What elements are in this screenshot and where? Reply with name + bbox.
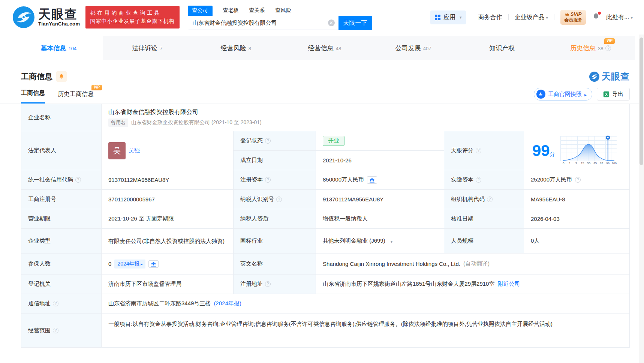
taxpayer-id-cell: 91370112MA956EAU8Y [316,190,444,209]
score-distribution-chart: 0131550859799100 [560,136,617,165]
export-button[interactable]: 导出 [597,88,630,100]
svip-member-button[interactable]: SVIP 会员服务 [560,10,586,25]
status-badge: 开业 [323,136,344,146]
paid-capital-label-cell: 实缴资本 [444,170,524,189]
tab-basic-info[interactable]: 基本信息104 [14,36,103,60]
credit-code-label-cell: 统一社会信用代码 [21,170,102,189]
business-scope-cell: 一般项目:以自有资金从事投资活动;财务咨询;企业管理咨询;信息咨询服务(不含许可… [102,314,629,347]
vip-badge: VIP [604,38,615,44]
reg-number-label-cell: 工商注册号 [21,190,102,209]
help-icon[interactable] [265,281,271,287]
approval-date-label-cell: 核准日期 [444,209,524,228]
vertical-scrollbar[interactable] [639,34,644,363]
subtab-business-info[interactable]: 工商信息 [21,89,45,104]
help-icon[interactable] [53,301,58,306]
tab-company-development[interactable]: 公司发展407 [369,36,458,60]
brand-domain: TianYanCha.com [38,21,80,27]
table-row-legal-rep: 法定代表人 吴 吴强 登记状态 开业 成立日期 [21,131,629,170]
tyc-score-label-cell: 天眼评分 [444,131,524,170]
excel-icon [603,91,610,98]
logo-text: 天眼查 TianYanCha.com [38,8,80,27]
staff-size-cell: 0人 [524,229,629,253]
score-chart-ticks: 0131550859799100 [560,162,617,165]
mail-address-label-cell: 通信地址 [21,294,102,313]
top-header: 天眼查 TianYanCha.com 都在用的商业查询工具 国家中小企业发展子基… [0,0,644,34]
company-type-label-cell: 企业类型 [21,229,102,253]
tab-history-info[interactable]: VIP 历史信息38 [546,36,635,60]
english-name-cell: Shandong Caijin Xinrong Investment Holdi… [316,254,629,274]
help-icon[interactable] [476,177,481,183]
help-icon[interactable] [53,328,58,333]
crown-icon [565,12,569,16]
bank-icon [370,178,374,183]
help-icon[interactable] [75,177,81,183]
help-icon[interactable] [476,148,481,153]
search-submit-button[interactable]: 天眼一下 [338,16,372,30]
establish-date-cell: 2021-10-26 [316,151,444,170]
company-name-value: 山东省财金信融投资控股有限公司 [108,108,262,116]
help-icon[interactable] [487,196,493,202]
help-icon[interactable] [276,196,282,202]
tab-operating-info[interactable]: 经营信息48 [280,36,369,60]
search-tab-risk[interactable]: 查风险 [276,7,291,16]
help-icon[interactable] [605,45,611,51]
annual-report-2024-link[interactable]: (2024年报) [214,300,241,307]
nav-enterprise-products[interactable]: 企业级产品 [515,14,548,21]
help-icon[interactable] [265,177,271,183]
nav-business-cooperation[interactable]: 商务合作 [478,14,502,21]
reg-status-label-cell: 登记状态 [234,131,316,150]
monitor-bell-button[interactable] [56,71,67,82]
chevron-down-icon[interactable] [388,238,393,244]
paid-capital-cell: 252000万人民币 [524,170,629,189]
reg-authority-cell: 济南市历下区市场监督管理局 [102,274,234,294]
tab-legal-proceedings[interactable]: 法律诉讼7 [103,36,192,60]
arrow-right-icon [584,91,587,98]
bank-icon [151,262,156,267]
search-input-wrap: ✕ [188,16,338,30]
taxpayer-quality-label-cell: 纳税人资质 [234,209,316,228]
industry-label-cell: 国标行业 [234,229,316,253]
notification-red-dot [598,12,601,15]
search-tab-company[interactable]: 查公司 [188,6,213,16]
reg-capital-cell: 850000万人民币 [316,170,444,189]
approval-date-cell: 2026-04-03 [524,209,629,228]
staff-size-label-cell: 人员规模 [444,229,524,253]
stamp-icon [536,90,545,99]
subtab-history-business-info[interactable]: VIP 历史工商信息 [58,90,94,104]
help-icon[interactable] [265,138,271,144]
svip-line1: SVIP [564,11,582,17]
page: 天眼查 TianYanCha.com 都在用的商业查询工具 国家中小企业发展子基… [0,0,644,363]
search-input[interactable] [188,20,338,26]
legal-rep-avatar[interactable]: 吴 [108,142,126,159]
subtab-actions: 工商官网快照 导出 [534,88,630,100]
tab-operating-risk[interactable]: 经营风险8 [192,36,280,60]
tianyancha-logo[interactable]: 天眼查 TianYanCha.com [13,6,80,28]
table-row-reg-number: 工商注册号 370112000005967 纳税人识别号 91370112MA9… [21,190,629,209]
official-snapshot-button[interactable]: 工商官网快照 [534,88,592,100]
svip-line2: 会员服务 [564,17,582,23]
divider [472,14,472,20]
annual-report-2024-link[interactable]: 2024年报 [114,260,145,268]
business-term-cell: 2021-10-26 至 无固定期限 [102,209,234,228]
table-row-mail-address: 通信地址 山东省济南市历城区二环东路3449号三楼 (2024年报) [21,294,629,314]
tab-intellectual-property[interactable]: 知识产权 [458,36,547,60]
insured-history-button[interactable] [148,260,159,268]
apps-menu-button[interactable]: 应用 [430,10,466,24]
legal-rep-name-link[interactable]: 吴强 [129,147,140,154]
clear-search-icon[interactable]: ✕ [328,20,335,26]
table-row-company-type: 企业类型 有限责任公司(非自然人投资或控股的法人独资) 国标行业 其他未列明金融… [21,229,629,254]
nearby-companies-link[interactable]: 附近公司 [497,280,520,288]
help-icon[interactable] [575,177,581,183]
search-tab-boss[interactable]: 查老板 [223,7,239,16]
user-menu[interactable]: 此处有... [606,14,633,21]
scrollbar-thumb[interactable] [640,38,643,165]
main-tabstrip: 基本信息104 法律诉讼7 经营风险8 经营信息48 公司发展407 知识产权 … [14,36,635,60]
tyc-score-cell: 99分 [524,131,629,170]
notification-bell-button[interactable] [592,12,600,22]
watermark-text: 天眼查 [602,70,630,82]
search-tab-relation[interactable]: 查关系 [249,7,265,16]
insured-count-cell: 0 2024年报 [102,254,234,274]
divider [554,14,554,20]
capital-history-button[interactable] [367,176,377,184]
apps-label: 应用 [443,14,455,21]
